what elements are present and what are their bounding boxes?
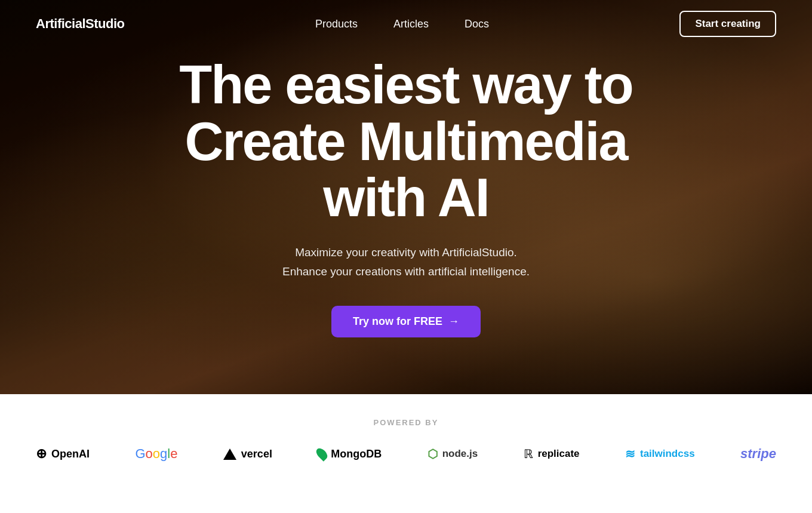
start-creating-button[interactable]: Start creating xyxy=(679,11,776,37)
mongodb-text: MongoDB xyxy=(331,448,382,460)
google-text: Google xyxy=(135,446,177,462)
hero-subtitle-line2: Enhance your creations with artificial i… xyxy=(282,265,530,278)
stripe-logo: stripe xyxy=(740,446,776,462)
replicate-icon: ℝ xyxy=(524,447,533,461)
hero-title-line2: Create Multimedia xyxy=(184,112,627,171)
nav-products[interactable]: Products xyxy=(315,18,358,30)
tailwind-icon: ≋ xyxy=(625,447,635,461)
try-free-label: Try now for FREE xyxy=(353,315,442,328)
vercel-text: vercel xyxy=(241,448,272,460)
openai-logo: ⊕ OpenAI xyxy=(36,446,90,462)
replicate-logo: ℝ replicate xyxy=(524,447,580,461)
hero-title-line3: with AI xyxy=(323,168,489,228)
powered-by-label: POWERED BY xyxy=(36,418,776,427)
openai-text: OpenAI xyxy=(51,448,90,460)
tailwind-text: tailwindcss xyxy=(640,448,695,460)
stripe-text: stripe xyxy=(740,446,776,462)
nav-docs[interactable]: Docs xyxy=(465,18,489,30)
mongodb-logo: MongoDB xyxy=(318,447,382,460)
nodejs-logo: ⬡ node.js xyxy=(427,447,478,461)
vercel-logo: vercel xyxy=(223,448,272,460)
try-free-button[interactable]: Try now for FREE → xyxy=(331,306,481,337)
nodejs-icon: ⬡ xyxy=(427,447,438,461)
hero-subtitle: Maximize your creativity with Artificial… xyxy=(282,243,530,282)
hero-title-line1: The easiest way to xyxy=(179,55,632,115)
mongodb-leaf-icon xyxy=(315,446,330,461)
replicate-text: replicate xyxy=(538,448,580,460)
nav-articles[interactable]: Articles xyxy=(393,18,429,30)
brand-logo[interactable]: ArtificialStudio xyxy=(36,16,124,32)
hero-section: ArtificialStudio Products Articles Docs … xyxy=(0,0,812,394)
google-logo: Google xyxy=(135,446,177,462)
nav-links: Products Articles Docs xyxy=(315,18,489,30)
navbar: ArtificialStudio Products Articles Docs … xyxy=(0,0,812,48)
nodejs-text: node.js xyxy=(442,448,478,460)
hero-subtitle-line1: Maximize your creativity with Artificial… xyxy=(295,246,517,259)
hero-content: The easiest way to Create Multimedia wit… xyxy=(0,0,812,394)
tailwindcss-logo: ≋ tailwindcss xyxy=(625,447,695,461)
logos-row: ⊕ OpenAI Google vercel MongoDB ⬡ node.js… xyxy=(36,446,776,462)
hero-title: The easiest way to Create Multimedia wit… xyxy=(179,57,632,226)
arrow-icon: → xyxy=(448,315,459,328)
openai-icon: ⊕ xyxy=(36,446,47,462)
vercel-triangle-icon xyxy=(223,449,236,460)
powered-by-section: POWERED BY ⊕ OpenAI Google vercel MongoD… xyxy=(0,394,812,492)
